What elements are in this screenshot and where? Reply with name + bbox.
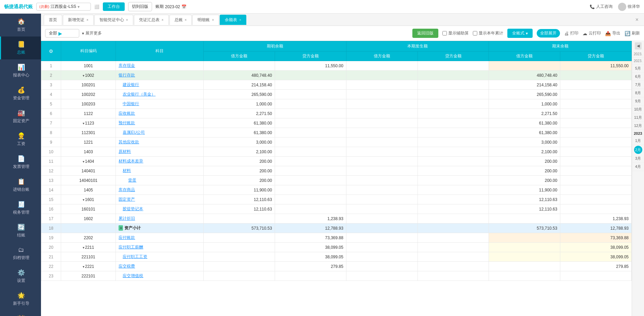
table-row[interactable]: 5 100203 中国银行 1,000.00 1,000.00 — [41, 99, 632, 109]
year-cumulative-checkbox-input[interactable] — [473, 31, 477, 35]
account-name-link[interactable]: 材料 — [123, 168, 131, 173]
sidebar-item-asset[interactable]: 🏭 固定资产 — [0, 105, 41, 128]
table-row[interactable]: 10 1403 原材料 2,100.00 2,100.00 — [41, 147, 632, 157]
support-item[interactable]: 📞 人工咨询 — [590, 4, 613, 10]
period-month-8[interactable]: 8月 — [632, 89, 644, 97]
period-month-2-active[interactable]: 2月 — [634, 146, 642, 154]
expand-arrow-icon[interactable]: ▾ — [83, 121, 84, 125]
period-month-5[interactable]: 5月 — [632, 64, 644, 73]
period-month-11[interactable]: 11月 — [632, 114, 644, 122]
table-row[interactable]: 20 ▾2211 应付职工薪酬 38,099.05 38,099.05 — [41, 243, 632, 252]
period-month-3[interactable]: 3月 — [632, 155, 644, 163]
cloud-print-action[interactable]: ☁ 云打印 — [583, 30, 601, 36]
period-month-12[interactable]: 12月 — [632, 122, 644, 130]
account-name-link[interactable]: 中国银行 — [123, 101, 139, 106]
account-name-link[interactable]: 银行存款 — [119, 73, 135, 77]
print-action[interactable]: 🖨 打印 — [564, 30, 578, 36]
settings-header[interactable]: ⚙ — [41, 41, 61, 61]
sidebar-item-settings[interactable]: ⚙️ 设置 — [0, 265, 41, 288]
expand-arrow-icon[interactable]: ▾ — [83, 198, 84, 202]
period-month-9[interactable]: 9月 — [632, 97, 644, 105]
tab-smart-voucher[interactable]: 智能凭证中心 × — [94, 15, 133, 25]
table-container[interactable]: ⚙ 科目编码 科目 期初余额 本期发生额 期末余额 借方金额 贷方金额 — [41, 41, 632, 316]
table-row[interactable]: 12 140401 材料 200.00 200.00 — [41, 166, 632, 176]
period-month-4[interactable]: 4月 — [632, 163, 644, 171]
table-row[interactable]: 19 2202 应付账款 73,369.88 73,369.88 — [41, 233, 632, 243]
account-name-link[interactable]: 应付职工工资 — [123, 254, 147, 259]
sidebar-item-invoice[interactable]: 📄 发票管理 — [0, 151, 41, 174]
tab-balance[interactable]: 余额表 × — [220, 15, 246, 25]
show-year-cumulative-checkbox[interactable]: 显示本年累计 — [473, 30, 503, 36]
account-name-link[interactable]: 胶提垫记本 — [123, 206, 143, 211]
account-name-link[interactable]: 原材料 — [119, 149, 131, 154]
table-row[interactable]: 21 221101 应付职工工资 38,099.05 38,099.05 — [41, 252, 632, 262]
account-name-link[interactable]: 预付账款 — [119, 120, 135, 125]
table-row[interactable]: 23 222101 应交增值税 — [41, 271, 632, 281]
tab-home[interactable]: 首页 — [44, 15, 62, 25]
tab-detail-ledger[interactable]: 明细账 × — [192, 15, 219, 25]
period-month-1[interactable]: 1月 — [632, 137, 644, 145]
table-row[interactable]: 16 160101 胶提垫记本 12,110.63 12,110.63 — [41, 204, 632, 214]
account-name-link[interactable]: 固定资产 — [119, 197, 135, 202]
account-name-link[interactable]: 库存商品 — [119, 187, 135, 192]
table-row[interactable]: 2 ▾1002 银行存款 480,748.40 480,748.40 — [41, 71, 632, 80]
expand-more-button[interactable]: ▾ 展开更多 — [82, 30, 102, 36]
dropdown-icon[interactable]: ▾ — [78, 4, 80, 9]
refresh-action[interactable]: 🔃 刷新 — [625, 30, 640, 36]
table-row[interactable]: 18 ≡资产小计 573,710.53 12,788.93 573,710.53… — [41, 224, 632, 233]
expand-toggle[interactable]: 全部展开 — [537, 29, 560, 38]
tab-smart-voucher-close[interactable]: × — [126, 18, 128, 22]
filter-selector[interactable]: 全部 ▶ — [45, 29, 79, 38]
tab-general-ledger[interactable]: 总账 × — [169, 15, 192, 25]
expand-arrow-icon[interactable]: ▾ — [83, 265, 84, 269]
sidebar-item-report[interactable]: 📊 报表中心 — [0, 59, 41, 82]
auxiliary-checkbox-input[interactable] — [442, 31, 447, 35]
table-row[interactable]: 6 1122 应收账款 2,271.50 2,271.50 — [41, 109, 632, 118]
sidebar-item-fund[interactable]: 💰 资金管理 — [0, 82, 41, 105]
table-row[interactable]: 15 ▾1601 固定资产 12,110.63 12,110.63 — [41, 195, 632, 204]
expand-arrow-icon[interactable]: ▾ — [83, 246, 84, 249]
tab-detail-ledger-close[interactable]: × — [212, 18, 214, 22]
sidebar-item-member[interactable]: 👑 畅会员 — [0, 311, 41, 316]
account-name-link[interactable]: 壹蛋 — [128, 178, 136, 183]
full-style-button[interactable]: 全账式 ▾ — [507, 29, 533, 38]
sidebar-item-salary[interactable]: 👷 工资 — [0, 128, 41, 151]
account-name-link[interactable]: 应交增值税 — [123, 273, 143, 278]
tab-new-voucher-close[interactable]: × — [86, 18, 88, 22]
copy-icon[interactable]: ⬜ — [94, 4, 99, 9]
account-name-link[interactable]: 建设银行 — [123, 82, 139, 87]
period-month-7[interactable]: 7月 — [632, 81, 644, 89]
calendar-icon[interactable]: 📅 — [181, 4, 187, 9]
tab-voucher-summary[interactable]: 凭证汇总表 × — [134, 15, 169, 25]
account-name-link[interactable]: 农业银行（美金） — [123, 92, 155, 97]
account-name-link[interactable]: 其他应收款 — [119, 140, 139, 144]
table-row[interactable]: 3 100201 建设银行 214,158.40 214,158.40 — [41, 80, 632, 90]
expand-arrow-icon[interactable]: ▾ — [83, 74, 84, 77]
table-row[interactable]: 17 1602 累计折旧 1,238.93 1,238.93 — [41, 214, 632, 224]
account-name-link[interactable]: 嘉属EU公司 — [123, 130, 145, 135]
tab-new-voucher[interactable]: 新增凭证 × — [63, 15, 94, 25]
export-action[interactable]: 📤 导出 — [605, 30, 620, 36]
table-row[interactable]: 14 1405 库存商品 11,900.00 11,900.00 — [41, 185, 632, 195]
account-name-link[interactable]: 累计折旧 — [119, 216, 135, 221]
account-name-link[interactable]: 应交税费 — [119, 264, 135, 269]
user-item[interactable]: 徐泽华 — [618, 3, 640, 11]
table-row[interactable]: 1 1001 库存现金 11,550.00 11,550.00 — [41, 61, 632, 71]
sidebar-item-archive[interactable]: 🗂 归档管理 — [0, 242, 41, 265]
show-auxiliary-checkbox[interactable]: 显示辅助算 — [442, 30, 469, 36]
right-expand-button[interactable]: ◀ — [635, 42, 642, 49]
period-month-10[interactable]: 10月 — [632, 105, 644, 114]
table-row[interactable]: 4 100202 农业银行（美金） 265,590.00 265,590.00 — [41, 90, 632, 99]
sidebar-item-close[interactable]: 🔄 结账 — [0, 219, 41, 242]
table-row[interactable]: 22 ▾2221 应交税费 279.85 279.85 — [41, 262, 632, 271]
company-selector[interactable]: (勿删) 江西股金-LSS ▾ — [36, 3, 91, 11]
sidebar-item-sales[interactable]: 📋 进销台账 — [0, 174, 41, 197]
account-name-link[interactable]: 应付职工薪酬 — [119, 245, 143, 249]
sidebar-item-tax[interactable]: 🧾 税务管理 — [0, 197, 41, 219]
account-name-link[interactable]: 材料成本差异 — [119, 159, 143, 163]
work-button[interactable]: 工作台 — [103, 2, 125, 11]
table-row[interactable]: 9 1221 其他应收款 3,000.00 3,000.00 — [41, 138, 632, 147]
table-row[interactable]: 7 ▾1123 预付账款 61,380.00 61,380.00 — [41, 118, 632, 128]
account-name-link[interactable]: 应收账款 — [119, 111, 135, 116]
tab-balance-close[interactable]: × — [239, 18, 241, 22]
